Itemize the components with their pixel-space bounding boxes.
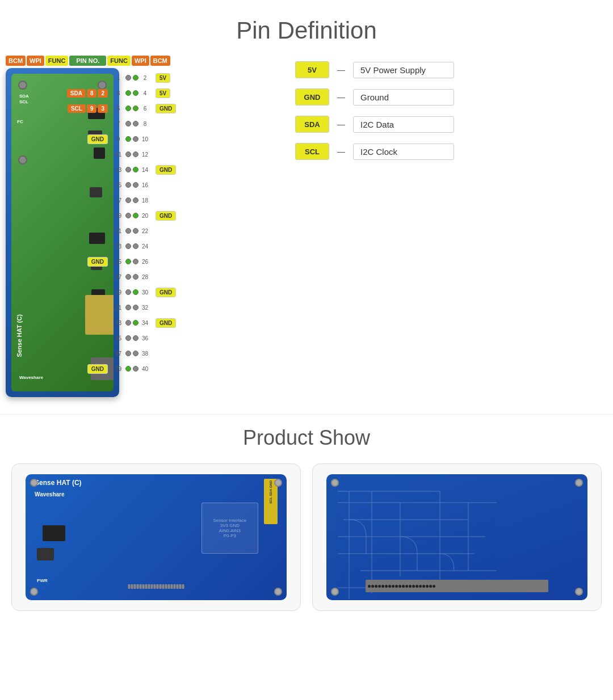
pin-center-17: 35 36 [109, 335, 154, 341]
header-func-right: FUNC [107, 56, 131, 66]
pin-center-14: 29 30 [109, 289, 154, 296]
header-bcm-left: BCM [6, 56, 26, 66]
pin-dot-right-1 [133, 90, 138, 96]
header-wpi-right: WPI [132, 56, 149, 66]
pin-right-6: GND [156, 165, 258, 175]
header-bcm-right: BCM [150, 56, 170, 66]
pin-center-3: 7 8 [109, 121, 154, 127]
legend-tag-5v: 5V [295, 61, 329, 78]
pin-dot-left-6 [125, 167, 131, 172]
legend-desc-scl: I2C Clock [353, 144, 454, 160]
pin-center-10: 21 22 [109, 228, 154, 234]
pin-left-2: SCL93 [6, 104, 108, 113]
pin-wpi-left-2: 9 [87, 104, 97, 113]
header-wpi-left: WPI [27, 56, 44, 66]
pin-dot-left-11 [125, 243, 131, 249]
pin-dot-right-15 [133, 305, 138, 310]
pin-row-9: 19 20 GND [6, 208, 261, 223]
pin-dot-left-19 [125, 366, 131, 372]
pin-row-11: 23 24 [6, 239, 261, 254]
product-show-title: Product Show [11, 420, 602, 463]
pin-center-0: 1 2 [109, 75, 154, 81]
pin-dot-right-12 [133, 259, 138, 264]
pin-dot-left-10 [125, 228, 131, 234]
pin-center-7: 15 16 [109, 182, 154, 188]
pin-center-1: 3 4 [109, 90, 154, 96]
pin-dot-left-7 [125, 182, 131, 188]
pin-func-right-2: GND [156, 104, 176, 113]
pin-dot-left-3 [125, 121, 131, 126]
pin-dot-left-9 [125, 213, 131, 218]
pin-left-12: GND [6, 257, 108, 267]
pin-row-10: 21 22 [6, 224, 261, 238]
pin-row-2: SCL93 5 6 GND [6, 101, 261, 116]
pin-dot-left-1 [125, 90, 131, 96]
pin-dot-left-16 [125, 320, 131, 326]
pin-dot-right-10 [133, 228, 138, 234]
pin-func-left-1: SDA [67, 89, 86, 98]
pin-dot-right-19 [133, 366, 138, 372]
pin-dot-right-17 [133, 335, 138, 341]
pin-right-1: 5V [156, 88, 258, 98]
pin-center-4: 9 10 [109, 136, 154, 142]
pin-dot-right-0 [133, 75, 138, 81]
pin-bcm-left-2: 3 [98, 104, 108, 113]
pin-center-13: 27 28 [109, 274, 154, 280]
pin-row-16: 33 34 GND [6, 315, 261, 330]
pin-row-18: 37 38 [6, 346, 261, 361]
pin-dot-right-4 [133, 136, 138, 142]
pin-dot-right-6 [133, 167, 138, 172]
page-title: Pin Definition [0, 0, 613, 56]
pin-func-left-4: GND [87, 134, 108, 144]
pin-row-13: 27 28 [6, 269, 261, 284]
pin-dot-left-14 [125, 289, 131, 295]
pin-dot-left-18 [125, 351, 131, 356]
pin-row-12: GND 25 26 [6, 254, 261, 269]
pin-dot-right-9 [133, 213, 138, 218]
pin-row-6: 13 14 GND [6, 162, 261, 177]
pin-func-right-1: 5V [156, 88, 170, 98]
pin-center-16: 33 34 [109, 320, 154, 326]
pin-center-5: 11 12 [109, 151, 154, 158]
pin-row-15: 31 32 [6, 300, 261, 315]
pin-row-1: SDA82 3 4 5V [6, 86, 261, 100]
pin-dot-left-17 [125, 335, 131, 341]
pin-dot-left-2 [125, 106, 131, 111]
pin-right-0: 5V [156, 73, 258, 83]
pin-dot-right-2 [133, 106, 138, 111]
pin-dot-right-18 [133, 351, 138, 356]
pin-dot-right-5 [133, 151, 138, 157]
pin-row-8: 17 18 [6, 193, 261, 208]
pin-func-right-6: GND [156, 165, 176, 175]
legend-item-gnd: GND — Ground [295, 88, 454, 106]
product-images-row: Sense HAT (C) Waveshare SCL SDA GND Sens… [11, 463, 602, 611]
pin-center-8: 17 18 [109, 197, 154, 204]
pin-dot-right-3 [133, 121, 138, 126]
legend-desc-5v: 5V Power Supply [353, 62, 454, 78]
legend-item-5v: 5V — 5V Power Supply [295, 61, 454, 78]
pin-row-19: GND 39 40 [6, 361, 261, 376]
legend-item-scl: SCL — I2C Clock [295, 143, 454, 160]
pin-header-row: BCM WPI FUNC PIN NO. FUNC WPI BCM [6, 56, 261, 66]
legend-tag-gnd: GND [295, 88, 329, 106]
pin-func-right-0: 5V [156, 73, 170, 83]
pin-wpi-left-1: 8 [87, 89, 97, 98]
pin-dot-left-8 [125, 197, 131, 203]
pin-dot-left-15 [125, 305, 131, 310]
pin-dot-left-13 [125, 274, 131, 280]
pin-row-7: 15 16 [6, 178, 261, 192]
pin-func-left-12: GND [87, 257, 108, 267]
pin-dot-right-13 [133, 274, 138, 280]
pin-center-6: 13 14 [109, 167, 154, 173]
pin-row-17: 35 36 [6, 331, 261, 345]
legend-tag-scl: SCL [295, 143, 329, 160]
pin-dot-left-0 [125, 75, 131, 81]
pin-left-4: GND [6, 134, 108, 144]
pin-right-16: GND [156, 318, 258, 328]
pin-func-right-14: GND [156, 288, 176, 297]
pin-row-14: 29 30 GND [6, 285, 261, 300]
pin-row-0: 1 2 5V [6, 70, 261, 85]
legend-desc-gnd: Ground [353, 89, 454, 106]
pin-func-left-2: SCL [68, 104, 86, 113]
header-func-left: FUNC [45, 56, 69, 66]
